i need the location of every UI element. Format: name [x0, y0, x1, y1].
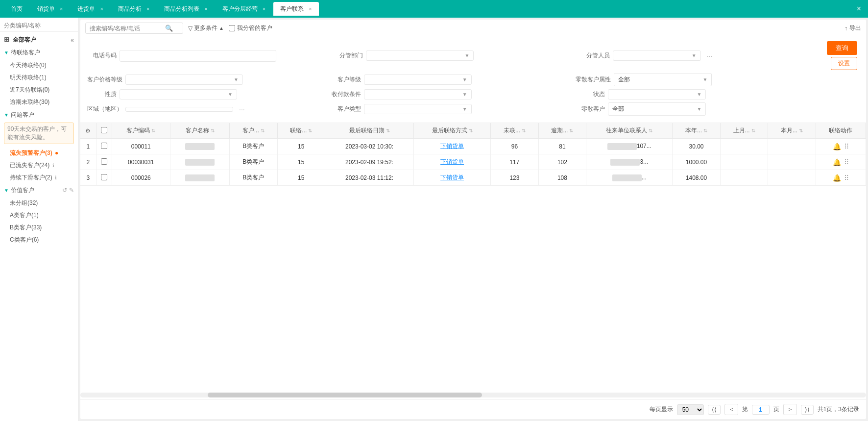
customer-type-select[interactable]: ▼	[364, 104, 472, 114]
page-number-input[interactable]	[752, 405, 770, 415]
payment-select[interactable]: ▼	[364, 89, 472, 99]
prev-page-button[interactable]: ＜	[724, 404, 738, 415]
select-all-checkbox[interactable]	[101, 127, 107, 133]
region-select[interactable]	[125, 107, 233, 112]
sidebar-search-input[interactable]	[4, 22, 77, 29]
horizontal-scrollbar[interactable]	[80, 393, 866, 397]
price-level-select[interactable]: ▼	[125, 74, 243, 85]
zero-attr-select[interactable]: 全部 ▼	[614, 73, 712, 86]
tab-product-analysis[interactable]: 商品分析 ×	[111, 2, 156, 16]
action-contact-icon[interactable]: 🔔	[833, 174, 841, 182]
gender-select[interactable]: ▼	[120, 89, 237, 99]
dept-select[interactable]: ▼	[366, 50, 474, 61]
action-more-icon[interactable]: ⠿	[844, 143, 849, 150]
filter-row-4: 区域（地区） ··· 客户类型 ▼ 零散客户 全部 ▼	[87, 102, 859, 116]
tab-customer-tier[interactable]: 客户分层经营 ×	[216, 2, 272, 16]
tab-customer-contact[interactable]: 客户联系 ×	[273, 2, 318, 16]
col-last-method: 最后联络方式⇅	[413, 123, 490, 139]
manager-more-icon[interactable]: ···	[704, 52, 716, 60]
sidebar-group-value[interactable]: ▼ 价值客户 ↺ ✎	[0, 184, 78, 197]
more-conditions-button[interactable]: ▽ 更多条件 ▲	[188, 24, 224, 32]
row-checkbox[interactable]	[101, 174, 107, 180]
col-code-sort[interactable]: 客户编码⇅	[126, 126, 155, 135]
sidebar-group-problem[interactable]: ▼ 问题客户	[0, 108, 78, 122]
col-settings[interactable]: ⚙	[80, 123, 96, 139]
col-last-month-sort[interactable]: 上月...⇅	[733, 126, 755, 135]
col-contact-person-sort[interactable]: 往来单位联系人⇅	[606, 126, 652, 135]
first-page-button[interactable]: ⟨⟨	[708, 405, 721, 415]
page-label: 第	[742, 405, 748, 414]
tab-sales-close[interactable]: ×	[60, 6, 63, 12]
row-last-method[interactable]: 下销货单	[413, 154, 490, 170]
tab-customer-contact-close[interactable]: ×	[309, 6, 312, 12]
dept-label: 分管部门	[334, 51, 363, 60]
edit-icon[interactable]: ✎	[69, 187, 74, 194]
action-more-icon[interactable]: ⠿	[844, 158, 849, 166]
my-customers-checkbox[interactable]	[229, 25, 235, 31]
tab-product-analysis-list[interactable]: 商品分析列表 ×	[157, 2, 214, 16]
customer-level-select[interactable]: ▼	[364, 74, 472, 85]
sidebar-item-overdue-contact[interactable]: 逾期未联络(30)	[0, 96, 78, 108]
sidebar-item-today-contact[interactable]: 今天待联络(0)	[0, 59, 78, 72]
sidebar-item-c-class[interactable]: C类客户(6)	[0, 234, 78, 246]
refresh-icon[interactable]: ↺	[62, 187, 67, 194]
next-page-button[interactable]: ＞	[783, 404, 797, 415]
col-last-date-sort[interactable]: 最后联络日期⇅	[349, 126, 390, 135]
col-contact-count-sort[interactable]: 联络...⇅	[290, 126, 312, 135]
zero-customer-select[interactable]: 全部 ▼	[608, 102, 706, 116]
arrow-down-icon-3: ▼	[4, 188, 9, 193]
tab-purchase[interactable]: 进货单 ×	[71, 2, 110, 16]
tab-purchase-close[interactable]: ×	[100, 6, 103, 12]
sidebar-group-pending[interactable]: ▼ 待联络客户	[0, 46, 78, 59]
phone-input[interactable]	[120, 50, 276, 62]
sidebar-collapse-icon[interactable]: «	[71, 37, 74, 44]
col-checkbox[interactable]	[96, 123, 112, 139]
manager-select[interactable]: ▼	[613, 50, 701, 61]
my-customers-checkbox-label[interactable]: 我分管的客户	[229, 24, 272, 32]
settings-button[interactable]: 设置	[831, 57, 857, 70]
row-code: 00030031	[112, 154, 170, 170]
action-contact-icon[interactable]: 🔔	[833, 143, 841, 150]
sidebar-item-a-class[interactable]: A类客户(1)	[0, 209, 78, 222]
col-this-year-sort[interactable]: 本年...⇅	[685, 126, 707, 135]
tab-product-analysis-close[interactable]: ×	[146, 6, 149, 12]
sidebar-item-churned[interactable]: 已流失客户(24) ℹ	[0, 159, 78, 172]
per-page-select[interactable]: 50 100 200	[677, 404, 704, 415]
row-last-method[interactable]: 下销货单	[413, 139, 490, 154]
status-select[interactable]: ▼	[608, 89, 706, 99]
row-select[interactable]	[96, 170, 112, 186]
search-input[interactable]	[90, 25, 163, 32]
tab-customer-tier-close[interactable]: ×	[263, 6, 265, 12]
row-checkbox[interactable]	[101, 143, 107, 149]
tab-home[interactable]: 首页	[4, 2, 29, 16]
row-checkbox[interactable]	[101, 158, 107, 165]
col-not-contacted-sort[interactable]: 未联...⇅	[504, 126, 526, 135]
sidebar-item-b-class[interactable]: B类客户(33)	[0, 222, 78, 234]
col-type-sort[interactable]: 客户...⇅	[242, 126, 265, 135]
sidebar-item-churn-warning[interactable]: 流失预警客户(3) ●	[0, 147, 78, 159]
row-seq: 3	[80, 170, 96, 186]
sidebar-item-declining[interactable]: 持续下滑客户(2) ℹ	[0, 172, 78, 184]
close-all-button[interactable]: ×	[857, 4, 861, 13]
sidebar-item-7days-contact[interactable]: 近7天待联络(0)	[0, 84, 78, 96]
region-more-icon[interactable]: ···	[236, 105, 248, 113]
col-name-sort[interactable]: 客户名称⇅	[186, 126, 215, 135]
last-page-button[interactable]: ⟩⟩	[801, 405, 814, 415]
sort-icon-type: ⇅	[261, 128, 265, 133]
row-select[interactable]	[96, 139, 112, 154]
col-overdue-sort[interactable]: 逾期...⇅	[551, 126, 573, 135]
query-button[interactable]: 查询	[827, 41, 857, 55]
sidebar-item-tomorrow-contact[interactable]: 明天待联络(1)	[0, 72, 78, 84]
scrollbar-thumb[interactable]	[208, 393, 482, 397]
row-select[interactable]	[96, 154, 112, 170]
action-more-icon[interactable]: ⠿	[844, 174, 849, 182]
sidebar-item-ungroup[interactable]: 未分组(32)	[0, 197, 78, 209]
row-last-method[interactable]: 下销货单	[413, 170, 490, 186]
export-button[interactable]: ↑ 导出	[844, 24, 861, 32]
search-execute-icon[interactable]: 🔍	[165, 25, 173, 32]
tab-sales[interactable]: 销货单 ×	[30, 2, 70, 16]
col-last-method-sort[interactable]: 最后联络方式⇅	[432, 126, 473, 135]
tab-product-analysis-list-close[interactable]: ×	[204, 6, 207, 12]
action-contact-icon[interactable]: 🔔	[833, 158, 841, 166]
col-this-month-sort[interactable]: 本月...⇅	[781, 126, 803, 135]
